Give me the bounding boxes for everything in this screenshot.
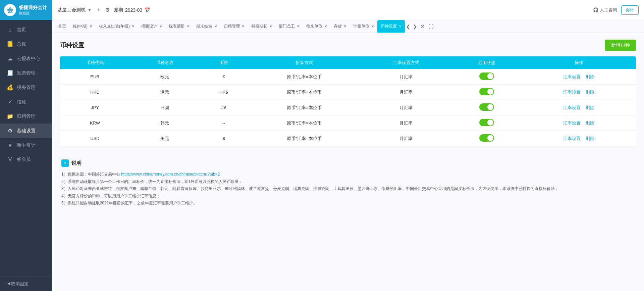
notes-header: ≡ 说明 xyxy=(61,159,635,167)
sidebar-item-settings[interactable]: ⚙ 基础设置 xyxy=(0,124,52,138)
delete-btn[interactable]: 删除 xyxy=(586,120,594,126)
tab-close-icon[interactable]: ✕ xyxy=(90,25,92,28)
status-toggle[interactable] xyxy=(479,103,494,111)
tab-closing[interactable]: 期末结转 ✕ xyxy=(193,20,220,33)
delete-btn[interactable]: 删除 xyxy=(586,74,594,80)
notes-link[interactable]: https://www.chinamoney.com.cn/chinese/bk… xyxy=(121,172,220,177)
table-row: HKD 港元 HK$ 原币*汇率=本位币 月汇率 汇率设置 删除 xyxy=(60,85,636,100)
tab-archive[interactable]: 归档管理 ✕ xyxy=(220,20,248,33)
sidebar-item-guide[interactable]: ★ 新手引导 xyxy=(0,138,52,152)
tab-prev-btn[interactable]: ❮ xyxy=(405,23,412,30)
tab-tax[interactable]: 税表清册 ✕ xyxy=(165,20,193,33)
tab-close-icon[interactable]: ✕ xyxy=(214,25,217,28)
cell-name: 美元 xyxy=(130,131,200,146)
sidebar-item-home[interactable]: ⌂ 首页 xyxy=(0,23,52,37)
tax-icon: 💰 xyxy=(7,84,13,91)
cell-name: 韩元 xyxy=(130,115,200,131)
cell-symbol: -- xyxy=(200,115,248,131)
status-toggle[interactable] xyxy=(479,88,494,95)
status-toggle[interactable] xyxy=(479,72,494,80)
cell-symbol: HK$ xyxy=(200,85,248,100)
toggle-track xyxy=(479,103,494,111)
tab-period[interactable]: 账(中期) ✕ xyxy=(69,20,96,33)
tab-subjects[interactable]: 科目期初 ✕ xyxy=(248,20,275,33)
company-settings-btn[interactable]: ⚙ xyxy=(105,7,110,13)
logo-sub: 旗舰版 xyxy=(19,11,47,16)
tab-next-btn[interactable]: ❯ xyxy=(412,23,418,30)
rate-setting-btn[interactable]: 汇率设置 xyxy=(563,89,581,95)
sidebar-item-label: 总账 xyxy=(17,41,26,47)
period-display: 账期 2023-03 📅 xyxy=(114,7,150,13)
headset-icon: 🎧 xyxy=(593,7,598,12)
sidebar-item-label: 发票管理 xyxy=(17,70,36,76)
tab-close-icon[interactable]: ✕ xyxy=(187,25,190,28)
notes-icon: ≡ xyxy=(61,159,69,167)
toggle-track xyxy=(479,134,494,142)
tab-close-icon[interactable]: ✕ xyxy=(324,25,327,28)
delete-btn[interactable]: 删除 xyxy=(586,105,594,111)
tab-income[interactable]: 收入支出表(年报) ✕ xyxy=(96,20,138,33)
rate-setting-btn[interactable]: 汇率设置 xyxy=(563,105,581,111)
tab-dept[interactable]: 部门员工 ✕ xyxy=(275,20,303,33)
cell-code: EUR xyxy=(60,69,130,85)
sidebar-item-ledger[interactable]: 📒 总账 xyxy=(0,37,52,51)
delete-btn[interactable]: 删除 xyxy=(586,136,594,142)
sidebar-logo: 会 畅捷通好会计 旗舰版 xyxy=(0,0,52,20)
ledger-icon: 📒 xyxy=(7,41,13,47)
logo-name: 畅捷通好会计 xyxy=(19,4,47,10)
add-company-btn[interactable]: ＋ xyxy=(96,6,101,13)
sidebar-item-invoice[interactable]: 🧾 发票管理 xyxy=(0,66,52,80)
tab-expand-btn[interactable]: ⛶ xyxy=(427,23,435,30)
calendar-icon[interactable]: 📅 xyxy=(144,7,150,13)
sidebar-item-closing[interactable]: ✓ 结账 xyxy=(0,95,52,109)
logo-icon: 会 xyxy=(4,4,16,16)
sidebar-item-tax[interactable]: 💰 税务管理 xyxy=(0,80,52,95)
tab-label: 税表清册 xyxy=(169,23,185,29)
delete-btn[interactable]: 删除 xyxy=(586,89,594,95)
tab-currency[interactable]: 币种设置 ✕ xyxy=(377,20,405,33)
tab-close-all-btn[interactable]: ✕ xyxy=(418,22,427,30)
cell-rate-type: 月汇率 xyxy=(361,131,452,146)
cell-actions: 汇率设置 删除 xyxy=(522,100,636,115)
sidebar-item-member[interactable]: V 畅会员 xyxy=(0,152,52,166)
status-toggle[interactable] xyxy=(479,134,494,142)
rate-setting-btn[interactable]: 汇率设置 xyxy=(563,74,581,80)
tab-close-icon[interactable]: ✕ xyxy=(344,25,346,28)
tab-close-icon[interactable]: ✕ xyxy=(269,25,272,28)
new-currency-button[interactable]: 新增币种 xyxy=(605,40,636,51)
cell-code: JPY xyxy=(60,100,130,115)
tab-close-icon[interactable]: ✕ xyxy=(399,25,401,28)
tab-close-icon[interactable]: ✕ xyxy=(242,25,245,28)
user-button[interactable]: 会计 xyxy=(621,5,639,15)
invoice-icon: 🧾 xyxy=(7,70,13,76)
tab-label: 收入支出表(年报) xyxy=(99,23,130,29)
col-actions: 操作 xyxy=(522,56,636,69)
company-dropdown-icon[interactable]: ▼ xyxy=(88,8,92,12)
tab-inventory[interactable]: 存货 ✕ xyxy=(330,20,350,33)
tab-home[interactable]: 首页 xyxy=(55,20,69,33)
sidebar-pin-toggle[interactable]: ◀取消固定 xyxy=(0,277,52,291)
tab-unit[interactable]: 计量单位 ✕ xyxy=(350,20,377,33)
help-btn[interactable]: 🎧 人工咨询 xyxy=(593,7,617,13)
col-name: 币种名称 xyxy=(130,56,200,69)
status-toggle[interactable] xyxy=(479,119,494,126)
tab-close-icon[interactable]: ✕ xyxy=(371,25,374,28)
sidebar-item-archive[interactable]: 📁 归档管理 xyxy=(0,109,52,124)
sidebar-item-label: 新手引导 xyxy=(17,142,36,148)
tab-close-icon[interactable]: ✕ xyxy=(297,25,300,28)
cell-actions: 汇率设置 删除 xyxy=(522,85,636,100)
tabbar: 首页 账(中期) ✕ 收入支出表(年报) ✕ 模版设计 ✕ 税表清册 ✕ 期末结… xyxy=(52,20,644,33)
tab-partner[interactable]: 往来单位 ✕ xyxy=(303,20,330,33)
rate-setting-btn[interactable]: 汇率设置 xyxy=(563,136,581,142)
tab-close-icon[interactable]: ✕ xyxy=(132,25,135,28)
sidebar-item-label: 云报表中心 xyxy=(17,56,40,62)
rate-setting-btn[interactable]: 汇率设置 xyxy=(563,120,581,126)
sidebar-item-reports[interactable]: ☁ 云报表中心 xyxy=(0,51,52,66)
table-row: EUR 欧元 € 原币*汇率=本位币 月汇率 汇率设置 删除 xyxy=(60,69,636,85)
tab-close-icon[interactable]: ✕ xyxy=(159,25,162,28)
toggle-thumb xyxy=(487,104,493,110)
cell-status xyxy=(452,85,522,100)
cell-actions: 汇率设置 删除 xyxy=(522,115,636,131)
cloud-icon: ☁ xyxy=(7,55,13,62)
tab-template[interactable]: 模版设计 ✕ xyxy=(138,20,165,33)
